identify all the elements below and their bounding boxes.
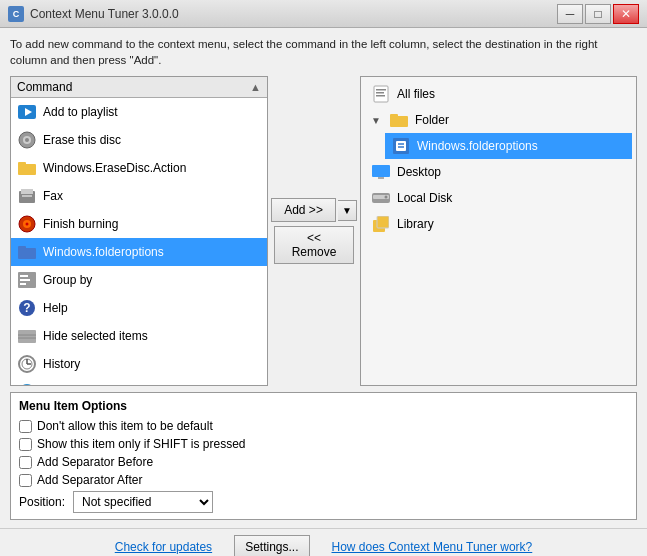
checkbox-label-3: Add Separator Before xyxy=(37,455,153,469)
burn-icon xyxy=(17,214,37,234)
left-panel-header: Command ▲ xyxy=(11,77,267,98)
playlist-icon xyxy=(17,102,37,122)
bottom-bar: Check for updates Settings... How does C… xyxy=(0,528,647,556)
close-button[interactable]: ✕ xyxy=(613,4,639,24)
left-panel-title: Command xyxy=(17,80,72,94)
list-item[interactable]: History xyxy=(11,350,267,378)
fax-icon xyxy=(17,186,37,206)
check-updates-button[interactable]: Check for updates xyxy=(101,535,226,556)
svg-text:?: ? xyxy=(23,301,30,315)
middle-buttons: Add >> ▼ << Remove xyxy=(274,76,354,386)
minimize-button[interactable]: ─ xyxy=(557,4,583,24)
add-row: Add >> ▼ xyxy=(271,198,357,222)
homegroup-icon: 🏠 xyxy=(17,382,37,385)
desktop-icon xyxy=(371,162,391,182)
svg-point-12 xyxy=(26,223,29,226)
panels-container: Command ▲ Add to playlist Erase this dis… xyxy=(10,76,637,386)
right-item-localdisk[interactable]: Local Disk xyxy=(365,185,632,211)
options-section: Menu Item Options Don't allow this item … xyxy=(10,392,637,520)
scroll-indicator-top: ▲ xyxy=(250,81,261,93)
svg-rect-43 xyxy=(378,177,384,179)
svg-point-46 xyxy=(385,196,388,199)
checkbox-label-1: Don't allow this item to be default xyxy=(37,419,213,433)
checkbox-default[interactable] xyxy=(19,420,32,433)
svg-rect-9 xyxy=(22,195,32,197)
folder-r-icon xyxy=(389,110,409,130)
right-item-folderoptions[interactable]: Windows.folderoptions xyxy=(385,133,632,159)
checkbox-row-4: Add Separator After xyxy=(19,473,628,487)
svg-rect-6 xyxy=(18,162,26,166)
svg-rect-17 xyxy=(20,279,30,281)
help-icon: ? xyxy=(17,298,37,318)
checkbox-row-1: Don't allow this item to be default xyxy=(19,419,628,433)
window-controls: ─ □ ✕ xyxy=(557,4,639,24)
svg-rect-33 xyxy=(376,89,386,91)
position-row: Position: Not specified Top Bottom xyxy=(19,491,628,513)
checkbox-label-2: Show this item only if SHIFT is pressed xyxy=(37,437,246,451)
remove-button[interactable]: << Remove xyxy=(274,226,354,264)
svg-rect-14 xyxy=(18,246,26,250)
right-item-folder[interactable]: ▼ Folder xyxy=(365,107,632,133)
checkbox-sep-after[interactable] xyxy=(19,474,32,487)
svg-rect-48 xyxy=(377,216,389,228)
add-button[interactable]: Add >> xyxy=(271,198,336,222)
list-item[interactable]: Fax xyxy=(11,182,267,210)
main-content: To add new command to the context menu, … xyxy=(0,28,647,528)
checkbox-sep-before[interactable] xyxy=(19,456,32,469)
svg-rect-39 xyxy=(396,141,406,151)
position-label: Position: xyxy=(19,495,65,509)
window-title: Context Menu Tuner 3.0.0.0 xyxy=(30,7,557,21)
position-select[interactable]: Not specified Top Bottom xyxy=(73,491,213,513)
add-dropdown-button[interactable]: ▼ xyxy=(338,200,357,221)
svg-rect-32 xyxy=(374,86,388,102)
localdisk-icon xyxy=(371,188,391,208)
options-title: Menu Item Options xyxy=(19,399,628,413)
left-panel-list[interactable]: Add to playlist Erase this disc Windows.… xyxy=(11,98,267,385)
list-item[interactable]: Erase this disc xyxy=(11,126,267,154)
folder-icon xyxy=(17,158,37,178)
svg-rect-8 xyxy=(21,189,33,194)
right-item-desktop[interactable]: Desktop xyxy=(365,159,632,185)
history-icon xyxy=(17,354,37,374)
list-item[interactable]: Windows.EraseDisc.Action xyxy=(11,154,267,182)
svg-rect-18 xyxy=(20,283,26,285)
list-item[interactable]: Add to playlist xyxy=(11,98,267,126)
folderopts-icon xyxy=(391,136,411,156)
left-panel: Command ▲ Add to playlist Erase this dis… xyxy=(10,76,268,386)
maximize-button[interactable]: □ xyxy=(585,4,611,24)
checkbox-label-4: Add Separator After xyxy=(37,473,142,487)
how-it-works-button[interactable]: How does Context Menu Tuner work? xyxy=(318,535,547,556)
svg-rect-37 xyxy=(390,114,398,118)
title-bar: C Context Menu Tuner 3.0.0.0 ─ □ ✕ xyxy=(0,0,647,28)
svg-point-28 xyxy=(19,384,35,385)
app-icon: C xyxy=(8,6,24,22)
group-icon xyxy=(17,270,37,290)
folder-blue-icon xyxy=(17,242,37,262)
right-item-library[interactable]: Library xyxy=(365,211,632,237)
instruction-text: To add new command to the context menu, … xyxy=(10,36,637,68)
allfiles-icon xyxy=(371,84,391,104)
svg-point-4 xyxy=(25,138,29,142)
settings-button[interactable]: Settings... xyxy=(234,535,309,556)
list-item[interactable]: Hide selected items xyxy=(11,322,267,350)
disc-icon xyxy=(17,130,37,150)
right-item[interactable]: All files xyxy=(365,81,632,107)
svg-rect-35 xyxy=(376,95,385,97)
list-item[interactable]: Finish burning xyxy=(11,210,267,238)
svg-rect-16 xyxy=(20,275,28,277)
list-item[interactable]: Group by xyxy=(11,266,267,294)
list-item[interactable]: ? Help xyxy=(11,294,267,322)
checkbox-shift[interactable] xyxy=(19,438,32,451)
checkbox-row-3: Add Separator Before xyxy=(19,455,628,469)
list-item[interactable]: 🏠 Windows.HomeGroupCPL xyxy=(11,378,267,385)
expand-icon: ▼ xyxy=(371,115,381,126)
right-panel: All files ▼ Folder Windows.folderoptions xyxy=(360,76,637,386)
list-item-selected[interactable]: Windows.folderoptions xyxy=(11,238,267,266)
svg-rect-21 xyxy=(18,330,36,343)
library-icon xyxy=(371,214,391,234)
svg-rect-34 xyxy=(376,92,384,94)
svg-rect-42 xyxy=(372,165,390,177)
checkbox-row-2: Show this item only if SHIFT is pressed xyxy=(19,437,628,451)
right-panel-list[interactable]: All files ▼ Folder Windows.folderoptions xyxy=(361,77,636,385)
hide-icon xyxy=(17,326,37,346)
